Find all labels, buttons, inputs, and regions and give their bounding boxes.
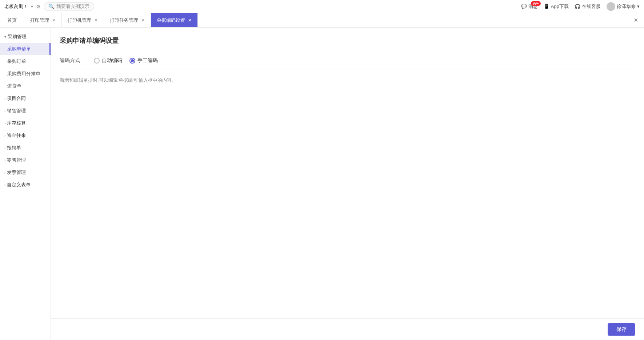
app-download-action[interactable]: 📱 App下载 <box>544 3 569 10</box>
collapsed-arrow-icon: › <box>4 97 5 101</box>
search-icon: 🔍 <box>48 4 54 9</box>
headset-icon: 🎧 <box>575 4 580 9</box>
message-action[interactable]: 💬 消息 99+ <box>521 3 538 10</box>
expand-icon: ▾ <box>4 35 6 39</box>
tab-bar: 首页 打印管理 ✕ 打印机管理 ✕ 打印任务管理 ✕ 单据编码设置 ✕ ✕ <box>0 13 644 28</box>
radio-auto-label: 自动编码 <box>102 57 122 64</box>
sidebar-group-purchase-management[interactable]: ▾ 采购管理 <box>0 31 51 43</box>
collapsed-arrow-icon: › <box>4 134 5 138</box>
content-main: 采购申请单编码设置 编码方式 自动编码 手工编码 <box>51 28 644 318</box>
message-icon: 💬 <box>521 4 527 9</box>
search-placeholder: 我要看实例演示 <box>56 3 89 10</box>
sidebar-group-fund[interactable]: › 资金往来 <box>0 129 51 142</box>
sidebar-item-purchase-order[interactable]: 采购订单 <box>0 55 51 68</box>
sidebar-group-returns[interactable]: › 报销单 <box>0 142 51 154</box>
sidebar-item-purchase-requisition[interactable]: 采购申请单 <box>0 43 51 55</box>
sidebar-item-inbound[interactable]: 进货单 <box>0 80 51 92</box>
radio-manual-circle <box>129 58 135 64</box>
tab-barcode-settings-label: 单据编码设置 <box>157 17 185 24</box>
sidebar-group-retail-management[interactable]: › 零售管理 <box>0 154 51 166</box>
tab-printer-management-close[interactable]: ✕ <box>94 18 98 23</box>
encoding-label: 编码方式 <box>60 57 85 64</box>
tab-print-management-label: 打印管理 <box>30 17 49 24</box>
collapsed-arrow-icon: › <box>4 146 5 150</box>
tab-print-task-management[interactable]: 打印任务管理 ✕ <box>104 13 151 27</box>
save-button[interactable]: 保存 <box>608 323 635 336</box>
radio-auto-encoding[interactable]: 自动编码 <box>94 57 122 64</box>
user-dropdown-icon: ▾ <box>637 4 640 9</box>
collapsed-arrow-icon: › <box>4 109 5 113</box>
tab-printer-management[interactable]: 打印机管理 ✕ <box>62 13 104 27</box>
sidebar: ▾ 采购管理 采购申请单 采购订单 采购费用分摊单 进货单 › 项目合同 › 销… <box>0 28 51 340</box>
tab-barcode-settings-close[interactable]: ✕ <box>188 18 192 23</box>
sidebar-group-custom-forms[interactable]: › 自定义表单 <box>0 179 51 191</box>
app-icon: 📱 <box>544 4 549 9</box>
window-close-button[interactable]: ✕ <box>628 17 644 24</box>
user-name: 徐泽华修 <box>617 3 636 10</box>
collapsed-arrow-icon: › <box>4 183 5 187</box>
top-bar-left: 老板勿删！ ▾ ⚙ 🔍 我要看实例演示 <box>4 2 94 11</box>
radio-manual-label: 手工编码 <box>137 57 158 64</box>
collapsed-arrow-icon: › <box>4 171 5 175</box>
page-title: 采购申请单编码设置 <box>60 36 635 45</box>
app-download-label: App下载 <box>551 3 569 10</box>
radio-manual-encoding[interactable]: 手工编码 <box>129 57 158 64</box>
encoding-radio-group: 自动编码 手工编码 <box>94 57 158 64</box>
content-area: 采购申请单编码设置 编码方式 自动编码 手工编码 <box>51 28 644 340</box>
gear-icon[interactable]: ⚙ <box>36 4 41 9</box>
sidebar-group-project-contract[interactable]: › 项目合同 <box>0 92 51 105</box>
tab-print-management[interactable]: 打印管理 ✕ <box>24 13 62 27</box>
tab-print-task-management-label: 打印任务管理 <box>110 17 138 24</box>
tab-printer-management-label: 打印机管理 <box>68 17 91 24</box>
top-bar: 老板勿删！ ▾ ⚙ 🔍 我要看实例演示 💬 消息 99+ 📱 App下载 🎧 在… <box>0 0 644 13</box>
user-avatar-area[interactable]: 徐泽华修 ▾ <box>607 2 640 11</box>
online-service-label: 在线客服 <box>582 3 601 10</box>
main-layout: ▾ 采购管理 采购申请单 采购订单 采购费用分摊单 进货单 › 项目合同 › 销… <box>0 28 644 340</box>
collapsed-arrow-icon: › <box>4 158 5 162</box>
tab-print-task-management-close[interactable]: ✕ <box>141 18 145 23</box>
avatar <box>607 2 615 11</box>
brand-dropdown-icon[interactable]: ▾ <box>31 4 33 9</box>
sidebar-group-sales-management[interactable]: › 销售管理 <box>0 105 51 117</box>
tab-barcode-settings[interactable]: 单据编码设置 ✕ <box>151 13 198 27</box>
sidebar-group-invoice-management[interactable]: › 发票管理 <box>0 166 51 179</box>
online-service-action[interactable]: 🎧 在线客服 <box>575 3 601 10</box>
collapsed-arrow-icon: › <box>4 121 5 125</box>
tab-print-management-close[interactable]: ✕ <box>52 18 56 23</box>
message-badge: 99+ <box>531 1 541 6</box>
tab-home[interactable]: 首页 <box>0 13 24 27</box>
tab-home-label: 首页 <box>7 17 17 24</box>
settings-card: 编码方式 自动编码 手工编码 新增和编辑单据时, <box>60 52 635 84</box>
radio-auto-circle <box>94 58 100 64</box>
content-footer: 保存 <box>51 318 644 340</box>
encoding-setting-row: 编码方式 自动编码 手工编码 <box>60 52 635 69</box>
top-bar-right: 💬 消息 99+ 📱 App下载 🎧 在线客服 徐泽华修 ▾ <box>521 2 640 11</box>
global-search[interactable]: 🔍 我要看实例演示 <box>44 2 94 11</box>
sidebar-group-inventory[interactable]: › 库存核算 <box>0 117 51 129</box>
sidebar-group-purchase-label: 采购管理 <box>8 33 27 40</box>
hint-text: 新增和编辑单据时,可以编辑'单据编号'输入框中的内容。 <box>60 77 635 84</box>
sidebar-item-purchase-expense[interactable]: 采购费用分摊单 <box>0 68 51 80</box>
brand-label: 老板勿删！ <box>4 3 28 10</box>
